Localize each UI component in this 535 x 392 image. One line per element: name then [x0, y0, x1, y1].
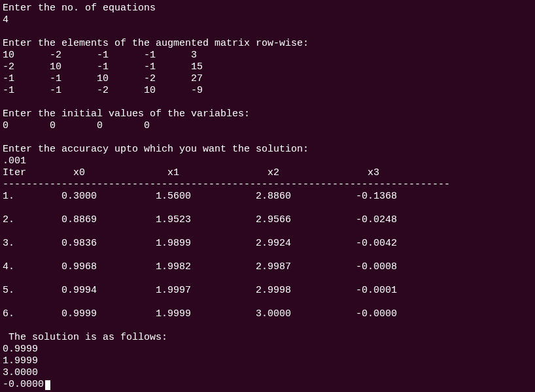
table-separator: ----------------------------------------…	[3, 179, 532, 191]
table-row: 5. 0.9994 1.9997 2.9998 -0.0001	[3, 285, 532, 297]
blank-line	[3, 132, 532, 144]
solution-value: -0.0000	[3, 379, 44, 390]
table-row: 1. 0.3000 1.5600 2.8860 -0.1368	[3, 191, 532, 203]
table-row: 6. 0.9999 1.9999 3.0000 -0.0000	[3, 308, 532, 320]
table-header: Iter x0 x1 x2 x3	[3, 167, 532, 179]
input-initial-values: 0 0 0 0	[3, 120, 532, 132]
input-accuracy: .001	[3, 155, 532, 167]
solution-value: 0.9999	[3, 344, 532, 355]
matrix-row-3: -1 -1 -2 10 -9	[3, 85, 532, 97]
matrix-row-2: -1 -1 10 -2 27	[3, 73, 532, 85]
blank-line	[3, 273, 532, 285]
input-num-equations: 4	[3, 14, 532, 26]
blank-line	[3, 97, 532, 108]
blank-line	[3, 250, 532, 261]
solution-value: 1.9999	[3, 355, 532, 367]
prompt-matrix: Enter the elements of the augmented matr…	[3, 38, 532, 50]
table-row: 2. 0.8869 1.9523 2.9566 -0.0248	[3, 214, 532, 226]
terminal-cursor[interactable]	[45, 380, 50, 390]
solution-value-with-cursor: -0.0000	[3, 379, 532, 391]
prompt-num-equations: Enter the no. of equations	[3, 3, 532, 14]
matrix-row-1: -2 10 -1 -1 15	[3, 61, 532, 73]
blank-line	[3, 320, 532, 332]
blank-line	[3, 297, 532, 308]
prompt-initial-values: Enter the initial values of the variable…	[3, 108, 532, 120]
table-row: 4. 0.9968 1.9982 2.9987 -0.0008	[3, 261, 532, 273]
terminal-output: Enter the no. of equations 4 Enter the e…	[3, 3, 532, 391]
blank-line	[3, 226, 532, 238]
table-row: 3. 0.9836 1.9899 2.9924 -0.0042	[3, 238, 532, 250]
blank-line	[3, 26, 532, 38]
matrix-row-0: 10 -2 -1 -1 3	[3, 50, 532, 61]
solution-value: 3.0000	[3, 367, 532, 379]
prompt-accuracy: Enter the accuracy upto which you want t…	[3, 144, 532, 155]
prompt-solution: The solution is as follows:	[3, 332, 532, 344]
blank-line	[3, 203, 532, 214]
